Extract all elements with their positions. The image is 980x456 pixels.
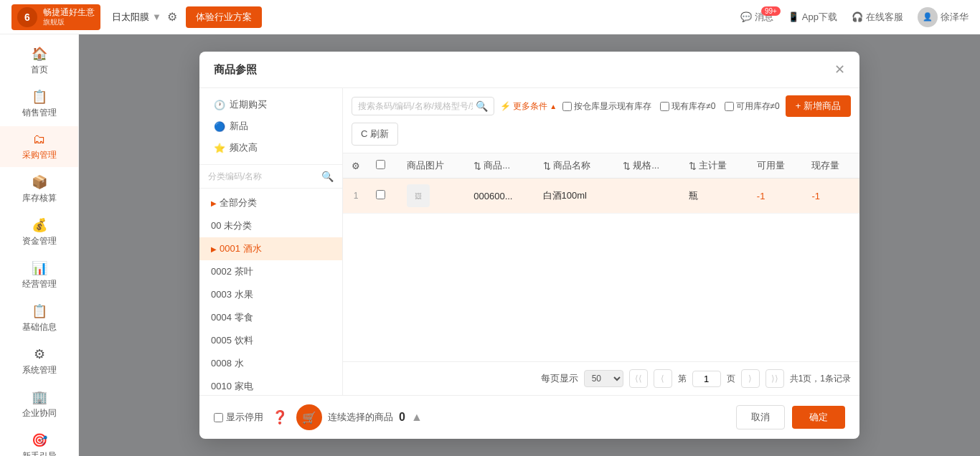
page-next-btn[interactable]: ⟩ bbox=[741, 369, 760, 388]
footer-left: 显示停用 ❓ 🛒 连续选择的商品 0 ▲ bbox=[214, 404, 423, 430]
confirm-btn[interactable]: 确定 bbox=[792, 406, 845, 429]
cart-collapse-icon[interactable]: ▲ bbox=[411, 411, 423, 424]
nav-right: 💬 消息 99+ 📱 App下载 🎧 在线客服 👤 徐泽华 bbox=[740, 7, 969, 27]
product-search-bar: 🔍 bbox=[352, 97, 494, 115]
show-disabled-input[interactable] bbox=[214, 413, 223, 422]
experience-btn[interactable]: 体验行业方案 bbox=[186, 6, 262, 28]
cat-item-0005[interactable]: 0005 饮料 bbox=[199, 329, 342, 352]
footer-right: 取消 确定 bbox=[736, 405, 845, 429]
sidebar-item-finance[interactable]: 💰 资金管理 bbox=[0, 212, 78, 253]
sidebar-item-system[interactable]: ⚙ 系统管理 bbox=[0, 341, 78, 382]
cell-index: 1 bbox=[343, 179, 369, 214]
settings-gear-icon[interactable]: ⚙ bbox=[167, 10, 177, 24]
app-download-nav-item[interactable]: 📱 App下载 bbox=[788, 11, 837, 24]
cell-checkbox[interactable] bbox=[369, 179, 400, 214]
sidebar-item-operation[interactable]: 📊 经营管理 bbox=[0, 255, 78, 296]
checkbox-warehouse[interactable]: 按仓库显示现有库存 bbox=[562, 100, 651, 113]
brand-name: 畅捷通好生意 旗舰版 bbox=[43, 7, 95, 26]
add-product-btn[interactable]: + 新增商品 bbox=[786, 95, 851, 117]
messages-badge: 99+ bbox=[761, 6, 781, 16]
modal-header: 商品参照 ✕ bbox=[199, 52, 859, 88]
page-info: 共1页，1条记录 bbox=[790, 373, 851, 385]
th-available[interactable]: 可用量 bbox=[750, 153, 805, 179]
checkbox-avail-ne-input[interactable] bbox=[725, 102, 734, 111]
cat-item-0008[interactable]: 0008 水 bbox=[199, 352, 342, 375]
enterprise-icon: 🏢 bbox=[32, 389, 47, 405]
sort-icon-spec: ⇅ bbox=[623, 161, 631, 171]
th-image[interactable]: 商品图片 bbox=[400, 153, 466, 179]
cell-available: -1 bbox=[750, 179, 805, 214]
checkbox-stock-ne-input[interactable] bbox=[660, 102, 669, 111]
page-prev-btn[interactable]: ⟨ bbox=[654, 369, 672, 388]
cat-item-0004[interactable]: 0004 零食 bbox=[199, 306, 342, 329]
checkbox-warehouse-input[interactable] bbox=[562, 102, 572, 111]
filter-more-btn[interactable]: ⚡ 更多条件 ▲ bbox=[500, 100, 557, 113]
cat-item-0001[interactable]: ▶ 0001 酒水 bbox=[199, 237, 342, 260]
select-all-checkbox[interactable] bbox=[376, 160, 385, 169]
user-profile-nav-item[interactable]: 👤 徐泽华 bbox=[918, 7, 969, 27]
show-disabled-checkbox[interactable]: 显示停用 bbox=[214, 411, 263, 424]
cell-spec bbox=[616, 179, 682, 214]
sidebar-item-basic[interactable]: 📋 基础信息 bbox=[0, 298, 78, 339]
cart-icon[interactable]: 🛒 bbox=[296, 404, 322, 430]
sidebar-item-sales[interactable]: 📋 销售管理 bbox=[0, 83, 78, 125]
brand[interactable]: 6 畅捷通好生意 旗舰版 bbox=[11, 4, 100, 30]
product-search-input[interactable] bbox=[358, 101, 473, 111]
th-checkbox[interactable] bbox=[369, 153, 400, 179]
th-spec[interactable]: ⇅ 规格... bbox=[616, 153, 682, 179]
quick-item-recent[interactable]: 🕐 近期购买 bbox=[208, 94, 334, 115]
th-stock[interactable]: 现存量 bbox=[804, 153, 859, 179]
category-search-input[interactable] bbox=[208, 171, 319, 181]
messages-nav-item[interactable]: 💬 消息 99+ bbox=[740, 11, 773, 24]
th-unit[interactable]: ⇅ 主计量 bbox=[682, 153, 750, 179]
cat-item-0002[interactable]: 0002 茶叶 bbox=[199, 260, 342, 283]
cell-name: 白酒100ml bbox=[536, 179, 616, 214]
product-table-header: ⚙ 商品图片 bbox=[343, 153, 859, 179]
purchase-icon: 🗂 bbox=[33, 132, 46, 147]
sort-icon-unit: ⇅ bbox=[689, 161, 697, 171]
store-selector[interactable]: 日太阳膜 ▼ bbox=[112, 11, 161, 24]
help-icon[interactable]: ❓ bbox=[272, 409, 288, 425]
page-number-input[interactable] bbox=[692, 371, 721, 387]
selector-arrow-icon: ▼ bbox=[152, 11, 161, 22]
sidebar-item-enterprise[interactable]: 🏢 企业协同 bbox=[0, 384, 78, 425]
sidebar-item-guide[interactable]: 🎯 新手引导 bbox=[0, 427, 78, 456]
modal-right-panel: 🔍 ⚡ 更多条件 ▲ 按仓库显示现有库存 bbox=[343, 88, 859, 395]
modal-close-button[interactable]: ✕ bbox=[834, 62, 845, 77]
cat-item-0003[interactable]: 0003 水果 bbox=[199, 283, 342, 306]
cart-count: 0 bbox=[399, 411, 405, 424]
sidebar-item-inventory[interactable]: 📦 库存核算 bbox=[0, 168, 78, 210]
page-size-select[interactable]: 50 10 20 100 bbox=[584, 370, 623, 387]
th-code[interactable]: ⇅ 商品... bbox=[466, 153, 535, 179]
category-search-icon[interactable]: 🔍 bbox=[321, 171, 334, 182]
th-name[interactable]: ⇅ 商品名称 bbox=[536, 153, 616, 179]
page-first-btn[interactable]: ⟨⟨ bbox=[629, 369, 648, 388]
sidebar-item-home[interactable]: 🏠 首页 bbox=[0, 40, 78, 82]
cat-item-0010[interactable]: 0010 家电 bbox=[199, 375, 342, 395]
page-last-btn[interactable]: ⟩⟩ bbox=[765, 369, 784, 388]
sort-icon-name: ⇅ bbox=[543, 161, 551, 171]
brand-icon: 6 bbox=[17, 7, 37, 27]
online-service-nav-item[interactable]: 🎧 在线客服 bbox=[852, 11, 903, 24]
row-checkbox[interactable] bbox=[376, 190, 385, 199]
cat-item-00[interactable]: 00 未分类 bbox=[199, 214, 342, 237]
quick-item-new[interactable]: 🔵 新品 bbox=[208, 115, 334, 137]
product-search-icon[interactable]: 🔍 bbox=[476, 100, 488, 112]
sales-icon: 📋 bbox=[32, 89, 47, 105]
basic-icon: 📋 bbox=[32, 303, 47, 319]
cell-stock: -1 bbox=[804, 179, 859, 214]
checkbox-avail-ne[interactable]: 可用库存≠0 bbox=[725, 100, 780, 113]
cell-code: 000600... bbox=[466, 179, 535, 214]
operation-icon: 📊 bbox=[32, 260, 47, 276]
new-icon: 🔵 bbox=[214, 121, 225, 132]
refresh-btn[interactable]: C 刷新 bbox=[352, 123, 398, 146]
checkbox-stock-ne[interactable]: 现有库存≠0 bbox=[660, 100, 715, 113]
cancel-btn[interactable]: 取消 bbox=[736, 405, 785, 429]
quick-item-frequent[interactable]: ⭐ 频次高 bbox=[208, 137, 334, 158]
cat-item-all[interactable]: ▶ 全部分类 bbox=[199, 191, 342, 214]
th-settings[interactable]: ⚙ bbox=[343, 153, 369, 179]
sidebar-item-purchase[interactable]: 🗂 采购管理 bbox=[0, 126, 78, 167]
frequent-icon: ⭐ bbox=[214, 143, 225, 153]
table-row[interactable]: 1 🖼 bbox=[343, 179, 859, 214]
category-list: ▶ 全部分类 00 未分类 ▶ 0001 酒水 0002 茶 bbox=[199, 189, 342, 395]
